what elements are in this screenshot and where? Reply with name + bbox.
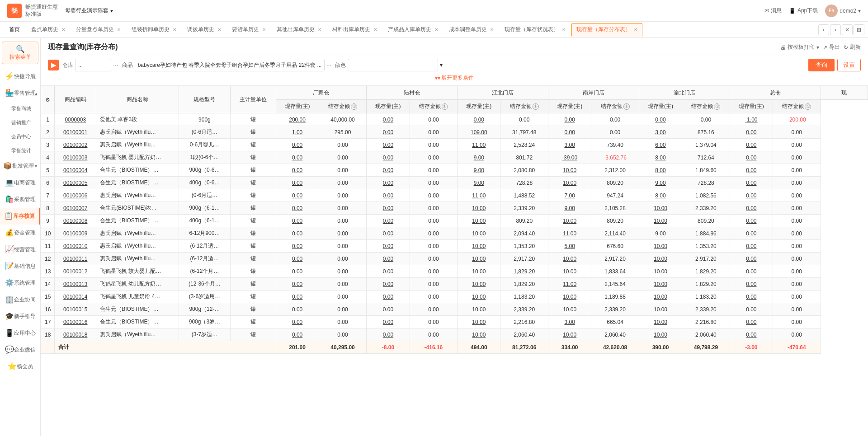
table-cell[interactable]: 10.00 (548, 265, 591, 278)
tab-transfer[interactable]: 调拨单历史 ✕ (182, 23, 226, 37)
table-cell[interactable]: 0.00 (276, 151, 319, 164)
sidebar-search-btn[interactable]: 🔍 搜索英单 (2, 42, 38, 64)
table-cell[interactable]: 0.00 (730, 227, 773, 240)
row-code[interactable]: 00100007 (55, 202, 96, 215)
tab-close-all-btn[interactable]: ✕ (842, 24, 853, 35)
changfa-amt-info[interactable]: ① (351, 103, 357, 110)
table-cell[interactable]: 11.00 (548, 227, 591, 240)
row-code[interactable]: 00100016 (55, 316, 96, 328)
query-btn[interactable]: 查询 (808, 59, 835, 71)
table-cell[interactable]: 0.00 (367, 113, 410, 126)
table-cell[interactable]: 0.00 (276, 303, 319, 316)
warehouse-input[interactable] (75, 59, 111, 71)
row-code[interactable]: 00100009 (55, 227, 96, 240)
table-cell[interactable]: 0.00 (367, 139, 410, 151)
table-cell[interactable]: 3.00 (639, 126, 682, 139)
sidebar-item-purchase[interactable]: 🛍️ 采购管理 (0, 191, 40, 208)
table-cell[interactable]: -1.00 (730, 113, 773, 126)
table-cell[interactable]: 0.00 (367, 164, 410, 177)
row-code[interactable]: 00100002 (55, 139, 96, 151)
table-cell[interactable]: 9.00 (548, 202, 591, 215)
table-cell[interactable]: 10.00 (639, 202, 682, 215)
table-cell[interactable]: 10.00 (639, 316, 682, 328)
sidebar-item-appcenter[interactable]: 📱 应用中心 (0, 325, 40, 342)
table-cell[interactable]: 0.00 (548, 113, 591, 126)
tab-close-material-out[interactable]: ✕ (373, 27, 377, 32)
product-more-btn[interactable]: ··· (326, 61, 332, 69)
row-code[interactable]: 00100004 (55, 164, 96, 177)
export-btn[interactable]: ↗ 导出 (823, 43, 840, 51)
table-cell[interactable]: 0.00 (730, 328, 773, 341)
sidebar-item-system[interactable]: ⚙️ 系统管理 (0, 275, 40, 291)
table-cell[interactable]: 0.00 (367, 202, 410, 215)
table-cell[interactable]: 0.00 (367, 253, 410, 265)
table-cell[interactable]: 10.00 (639, 240, 682, 253)
sidebar-item-retail-stat[interactable]: 零售统计 (0, 144, 40, 158)
table-cell[interactable]: 10.00 (458, 303, 500, 316)
table-cell[interactable]: 3.00 (548, 316, 591, 328)
table-cell[interactable]: 11.00 (458, 139, 500, 151)
tab-close-stock-status[interactable]: ✕ (562, 27, 566, 32)
sidebar-item-membership[interactable]: ⭐ 畅会员 (0, 358, 40, 375)
table-cell[interactable]: 0.00 (276, 164, 319, 177)
row-code[interactable]: 00100010 (55, 240, 96, 253)
row-code[interactable]: 00100001 (55, 126, 96, 139)
tab-close-requisition[interactable]: ✕ (262, 27, 266, 32)
row-code[interactable]: 00100005 (55, 177, 96, 189)
table-cell[interactable]: 8.00 (639, 151, 682, 164)
sidebar-item-newguide[interactable]: 🎓 新手引导 (0, 308, 40, 325)
table-cell[interactable]: 0.00 (730, 151, 773, 164)
table-cell[interactable]: 3.00 (548, 139, 591, 151)
table-cell[interactable]: 1.00 (276, 126, 319, 139)
table-cell[interactable]: 10.00 (639, 265, 682, 278)
row-code[interactable]: 00100006 (55, 189, 96, 202)
sidebar-item-basic[interactable]: 📝 基础信息 (0, 258, 40, 275)
tab-close-product-in[interactable]: ✕ (434, 27, 438, 32)
tab-assembly[interactable]: 组装拆卸单历史 ✕ (127, 23, 181, 37)
table-cell[interactable]: 0.00 (276, 189, 319, 202)
table-cell[interactable]: 10.00 (639, 291, 682, 303)
table-cell[interactable]: 0.00 (367, 278, 410, 291)
table-cell[interactable]: 0.00 (367, 265, 410, 278)
product-input[interactable] (135, 59, 325, 71)
table-cell[interactable]: 0.00 (367, 189, 410, 202)
tab-expand-btn[interactable]: ⊞ (854, 24, 864, 35)
tab-prev-btn[interactable]: ‹ (818, 24, 829, 35)
table-cell[interactable]: 0.00 (276, 265, 319, 278)
table-cell[interactable]: 0.00 (276, 240, 319, 253)
table-cell[interactable]: 0.00 (367, 227, 410, 240)
table-cell[interactable]: 0.00 (367, 303, 410, 316)
row-code[interactable]: 00100008 (55, 215, 96, 227)
table-cell[interactable]: 9.00 (639, 227, 682, 240)
table-cell[interactable]: 0.00 (639, 113, 682, 126)
table-cell[interactable]: 10.00 (639, 303, 682, 316)
table-cell[interactable]: 10.00 (458, 202, 500, 215)
table-cell[interactable]: 10.00 (458, 291, 500, 303)
table-cell[interactable]: 0.00 (730, 164, 773, 177)
row-code[interactable]: 0000003 (55, 113, 96, 126)
sidebar-item-marketing[interactable]: 营销推广 (0, 116, 40, 130)
sidebar-item-finance[interactable]: 💰 资金管理 (0, 225, 40, 241)
table-cell[interactable]: 10.00 (548, 215, 591, 227)
color-input[interactable] (348, 59, 438, 71)
table-cell[interactable]: 5.00 (548, 240, 591, 253)
expand-filter-btn[interactable]: ▾▾ 展开更多条件 (435, 74, 474, 82)
table-cell[interactable]: 0.00 (276, 177, 319, 189)
message-btn[interactable]: ✉ 消息 (764, 7, 782, 14)
sidebar-item-quicknav[interactable]: ⚡ 快捷导航 (0, 68, 40, 85)
table-cell[interactable]: 0.00 (730, 177, 773, 189)
nanan-amt-info[interactable]: ① (623, 103, 630, 110)
table-cell[interactable]: -39.00 (548, 151, 591, 164)
tab-next-btn[interactable]: › (830, 24, 841, 35)
col-gear[interactable]: ⚙ (41, 86, 55, 113)
table-cell[interactable]: 0.00 (730, 316, 773, 328)
table-cell[interactable]: 0.00 (276, 139, 319, 151)
table-cell[interactable]: 10.00 (458, 316, 500, 328)
table-cell[interactable]: 10.00 (548, 328, 591, 341)
tab-close-assembly[interactable]: ✕ (173, 27, 176, 32)
table-cell[interactable]: 9.00 (458, 177, 500, 189)
table-cell[interactable]: 0.00 (730, 253, 773, 265)
table-cell[interactable]: 10.00 (548, 291, 591, 303)
row-code[interactable]: 00100012 (55, 265, 96, 278)
table-cell[interactable]: 0.00 (730, 189, 773, 202)
